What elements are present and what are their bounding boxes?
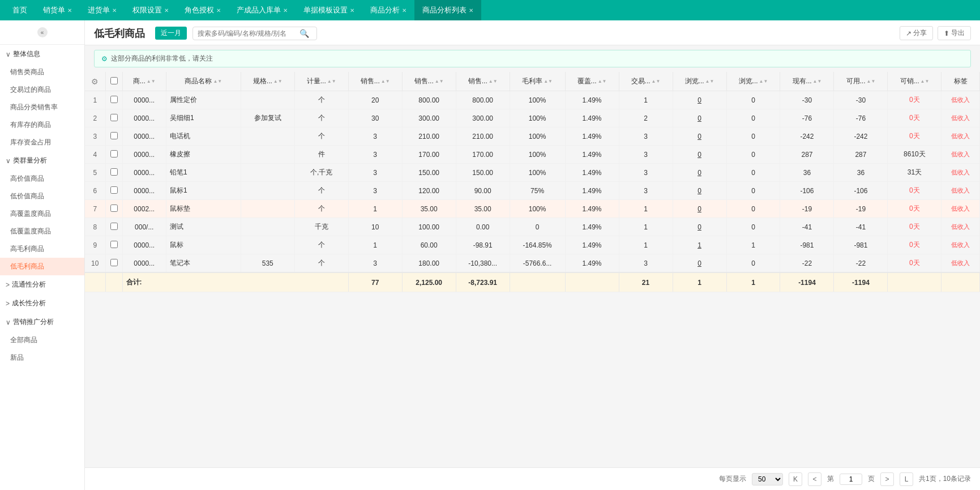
sidebar-group-growth-title[interactable]: > 成长性分析	[0, 294, 84, 313]
row-checkbox-5[interactable]	[110, 186, 118, 194]
nav-analysis[interactable]: 商品分析 ✕	[362, 0, 414, 20]
sort-spec[interactable]: 规格... ▲▼	[253, 76, 283, 86]
sort-coverage[interactable]: 覆盖... ▲▼	[577, 76, 607, 86]
cell-check-3[interactable]	[105, 146, 122, 164]
last-page-button[interactable]: L	[900, 472, 913, 486]
sidebar-item-high-coverage[interactable]: 高覆盖度商品	[0, 205, 84, 223]
row-checkbox-4[interactable]	[110, 168, 118, 176]
share-button[interactable]: ↗ 分享	[900, 26, 933, 40]
browse1-link-1[interactable]: 0	[697, 114, 701, 122]
prev-page-button[interactable]: <	[808, 472, 821, 486]
th-gross[interactable]: 毛利率 ▲▼	[510, 72, 565, 91]
sort-name[interactable]: 商品名称 ▲▼	[185, 76, 222, 86]
nav-roles[interactable]: 角色授权 ✕	[177, 0, 229, 20]
cell-browse1-5[interactable]: 0	[673, 182, 726, 200]
browse1-link-6[interactable]: 0	[697, 205, 701, 213]
sort-available[interactable]: 可用... ▲▼	[846, 76, 876, 86]
nav-templates[interactable]: 单据模板设置 ✕	[296, 0, 362, 20]
nav-home[interactable]: 首页	[5, 0, 35, 20]
th-browse1[interactable]: 浏览... ▲▼	[673, 72, 726, 91]
th-sale3[interactable]: 销售... ▲▼	[456, 72, 510, 91]
cell-browse1-3[interactable]: 0	[673, 146, 726, 164]
next-page-button[interactable]: >	[880, 472, 894, 486]
th-available[interactable]: 可用... ▲▼	[834, 72, 888, 91]
cell-browse1-2[interactable]: 0	[673, 127, 726, 146]
cell-browse1-9[interactable]: 0	[673, 254, 726, 273]
sidebar-group-marketing-title[interactable]: ∨ 营销推广分析	[0, 313, 84, 331]
th-settings[interactable]: ⚙	[85, 72, 105, 91]
cell-browse1-7[interactable]: 0	[673, 218, 726, 236]
search-input[interactable]	[198, 29, 299, 37]
th-current[interactable]: 现有... ▲▼	[780, 72, 834, 91]
cell-browse1-0[interactable]: 0	[673, 91, 726, 109]
sidebar-item-high-value[interactable]: 高价值商品	[0, 170, 84, 188]
settings-icon[interactable]: ⚙	[91, 77, 99, 86]
sort-code[interactable]: 商... ▲▼	[133, 76, 156, 86]
cell-check-9[interactable]	[105, 254, 122, 273]
sort-current[interactable]: 现有... ▲▼	[793, 76, 822, 86]
browse1-link-8[interactable]: 1	[697, 241, 701, 249]
th-browse2[interactable]: 浏览... ▲▼	[726, 72, 780, 91]
nav-sales-close[interactable]: ✕	[67, 7, 72, 14]
table-container[interactable]: ⚙ 商... ▲▼ 商品名称 ▲▼ 规格... ▲▼ 计量... ▲▼ 销售..…	[85, 72, 980, 467]
sidebar-item-low-value[interactable]: 低价值商品	[0, 188, 84, 205]
sort-browse2[interactable]: 浏览... ▲▼	[739, 76, 768, 86]
th-unit[interactable]: 计量... ▲▼	[294, 72, 348, 91]
row-checkbox-8[interactable]	[110, 241, 118, 248]
row-checkbox-9[interactable]	[110, 259, 118, 266]
cell-check-2[interactable]	[105, 127, 122, 146]
sort-gross[interactable]: 毛利率 ▲▼	[522, 76, 553, 86]
sort-sale1[interactable]: 销售... ▲▼	[361, 76, 390, 86]
page-size-select[interactable]: 50 100 200	[752, 473, 783, 485]
th-sellable[interactable]: 可销... ▲▼	[888, 72, 942, 91]
browse1-link-4[interactable]: 0	[697, 169, 701, 177]
sort-sellable[interactable]: 可销... ▲▼	[900, 76, 930, 86]
th-coverage[interactable]: 覆盖... ▲▼	[565, 72, 619, 91]
cell-check-0[interactable]	[105, 91, 122, 109]
export-button[interactable]: ⬆ 导出	[938, 26, 971, 40]
nav-permissions[interactable]: 权限设置 ✕	[125, 0, 177, 20]
browse1-link-5[interactable]: 0	[697, 187, 701, 195]
sort-trade[interactable]: 交易... ▲▼	[631, 76, 661, 86]
nav-analysis-list[interactable]: 商品分析列表 ✕	[414, 0, 481, 20]
sidebar-item-traded-goods[interactable]: 交易过的商品	[0, 81, 84, 99]
cell-check-8[interactable]	[105, 236, 122, 254]
first-page-button[interactable]: K	[789, 472, 802, 486]
page-input[interactable]	[840, 474, 862, 485]
browse1-link-7[interactable]: 0	[697, 223, 701, 231]
cell-check-4[interactable]	[105, 164, 122, 182]
sidebar-item-category-rate[interactable]: 商品分类销售率	[0, 99, 84, 116]
nav-templates-close[interactable]: ✕	[350, 7, 354, 14]
th-checkbox[interactable]	[105, 72, 122, 91]
row-checkbox-6[interactable]	[110, 204, 118, 212]
sidebar-item-high-margin[interactable]: 高毛利商品	[0, 240, 84, 258]
sidebar-group-cluster-title[interactable]: ∨ 类群量分析	[0, 151, 84, 170]
sidebar-item-new-goods[interactable]: 新品	[0, 349, 84, 367]
th-spec[interactable]: 规格... ▲▼	[241, 72, 294, 91]
nav-analysis-list-close[interactable]: ✕	[469, 7, 473, 14]
select-all-checkbox[interactable]	[110, 77, 118, 84]
cell-check-1[interactable]	[105, 109, 122, 127]
cell-check-7[interactable]	[105, 218, 122, 236]
row-checkbox-7[interactable]	[110, 223, 118, 230]
nav-purchase-close[interactable]: ✕	[112, 7, 117, 14]
row-checkbox-1[interactable]	[110, 114, 118, 121]
sort-sale3[interactable]: 销售... ▲▼	[468, 76, 498, 86]
row-checkbox-2[interactable]	[110, 132, 118, 139]
sidebar-item-low-coverage[interactable]: 低覆盖度商品	[0, 223, 84, 240]
cell-browse1-6[interactable]: 0	[673, 200, 726, 218]
cell-check-6[interactable]	[105, 200, 122, 218]
cell-browse1-1[interactable]: 0	[673, 109, 726, 127]
browse1-link-2[interactable]: 0	[697, 133, 701, 140]
nav-products-close[interactable]: ✕	[283, 7, 288, 14]
browse1-link-3[interactable]: 0	[697, 151, 701, 159]
th-trade[interactable]: 交易... ▲▼	[619, 72, 673, 91]
row-checkbox-3[interactable]	[110, 150, 118, 157]
sidebar-group-overview-title[interactable]: ∨ 整体信息	[0, 45, 84, 63]
sort-unit[interactable]: 计量... ▲▼	[307, 76, 336, 86]
sidebar-group-flow-title[interactable]: > 流通性分析	[0, 275, 84, 294]
nav-purchase[interactable]: 进货单 ✕	[80, 0, 125, 20]
th-sale1[interactable]: 销售... ▲▼	[348, 72, 402, 91]
search-icon[interactable]: 🔍	[299, 29, 309, 38]
th-code[interactable]: 商... ▲▼	[122, 72, 166, 91]
